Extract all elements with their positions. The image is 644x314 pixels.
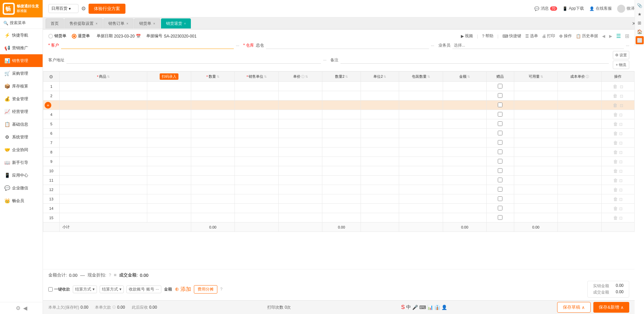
remarks-input[interactable] [340, 57, 608, 64]
unit2-sort-icon[interactable]: ⇅ [383, 75, 386, 78]
gift-checkbox[interactable] [498, 206, 502, 210]
sidebar-item-basic[interactable]: 📋 基础信息 [0, 118, 43, 131]
gift-checkbox[interactable] [498, 103, 502, 107]
copy-row-btn[interactable]: ⊡ [619, 150, 623, 155]
qty-cell[interactable] [191, 101, 235, 110]
delete-row-btn[interactable]: 🗑 [613, 149, 618, 155]
delete-row-btn[interactable]: 🗑 [613, 112, 618, 117]
price-cell[interactable] [278, 82, 322, 91]
product-cell[interactable] [59, 138, 147, 147]
price-sort-icon[interactable]: ⇅ [305, 75, 308, 78]
doc-video-btn[interactable]: ▶ 视频 [461, 33, 473, 39]
delete-row-btn[interactable]: 🗑 [613, 93, 618, 99]
fee-question-icon[interactable]: ? [220, 287, 222, 292]
radio-sales-delivery[interactable]: 销货单 [48, 33, 66, 39]
unit2-cell[interactable] [361, 101, 399, 110]
copy-row-btn[interactable]: ⊡ [619, 188, 623, 192]
delete-row-btn[interactable]: 🗑 [613, 140, 618, 145]
doc-help-btn[interactable]: ? 帮助 [482, 33, 493, 39]
copy-row-btn[interactable]: ⊡ [619, 113, 623, 117]
copy-row-btn[interactable]: ⊡ [619, 160, 623, 164]
calc-method-select[interactable]: 结算方式 ▾ [100, 286, 124, 293]
copy-row-btn[interactable]: ⊡ [619, 216, 623, 221]
copy-row-btn[interactable]: ⊡ [619, 169, 623, 174]
vert-action-orange[interactable]: ⬜ [636, 36, 644, 44]
amount-cell[interactable] [443, 91, 487, 101]
one-click-payment-input[interactable] [48, 287, 53, 292]
calendar-icon[interactable]: 📅 [136, 34, 141, 39]
save-new-btn[interactable]: 保存&新增 ∧ [593, 302, 629, 313]
qty-cell[interactable] [191, 91, 235, 101]
product-cell[interactable] [59, 166, 147, 176]
product-cell[interactable] [59, 213, 147, 223]
unit-cell[interactable] [235, 82, 279, 91]
sidebar-item-purchase[interactable]: 🛒 采购管理 [0, 67, 43, 80]
sidebar-settings-btn[interactable]: ⚙ [16, 305, 20, 311]
doc-shortcut-btn[interactable]: ⌨ 快捷键 [502, 33, 521, 39]
qty-input[interactable] [193, 84, 233, 88]
gift-checkbox[interactable] [498, 187, 502, 192]
gift-checkbox[interactable] [498, 140, 502, 145]
product-cell[interactable] [59, 82, 147, 91]
barcode-scan-btn[interactable]: 扫码录入 [160, 73, 178, 80]
doc-select-btn[interactable]: ☰ 选单 [525, 33, 538, 39]
equal-icon[interactable]: = [114, 272, 116, 278]
unit2-cell[interactable] [361, 91, 399, 101]
delete-row-btn[interactable]: 🗑 [613, 178, 618, 183]
tab-home[interactable]: 首页 [46, 18, 64, 28]
copy-row-btn[interactable]: ⊡ [619, 131, 623, 136]
doc-history-btn[interactable]: 📋 历史单据 [576, 33, 598, 39]
tab-sales-order-close[interactable]: × [126, 22, 128, 25]
logistics-btn[interactable]: + 物流 [613, 61, 629, 69]
qty2-cell[interactable] [322, 91, 361, 101]
sidebar-item-inventory[interactable]: 📦 库存核算 [0, 80, 43, 92]
add-row-fee-btn[interactable]: ⊕ 添加 [175, 286, 191, 293]
tab-sales-return[interactable]: 销货退货 × [161, 18, 191, 28]
gift-checkbox[interactable] [498, 131, 502, 135]
tab-price-setting[interactable]: 售价提取设置 × [64, 18, 103, 28]
sidebar-item-system[interactable]: ⚙ 系统管理 [0, 131, 43, 143]
amount-cell[interactable] [443, 82, 487, 91]
gift-checkbox[interactable] [498, 121, 502, 126]
delete-row-btn[interactable]: 🗑 [613, 159, 618, 164]
doc-operation-btn[interactable]: ⚙ 操作 [559, 33, 572, 39]
product-cell[interactable] [59, 157, 147, 166]
delete-row-btn[interactable]: 🗑 [613, 121, 618, 127]
gift-checkbox[interactable] [498, 159, 502, 164]
save-draft-btn[interactable]: 保存草稿 ∧ [557, 302, 591, 313]
product-input-active[interactable] [61, 103, 146, 107]
salesperson-input[interactable] [452, 42, 624, 49]
sidebar-item-wechat[interactable]: 💬 企业微信 [0, 182, 43, 194]
unit-input[interactable] [236, 84, 277, 88]
amount-sort-icon[interactable]: ⇅ [467, 75, 470, 78]
gift-checkbox[interactable] [498, 168, 502, 173]
copy-row-btn[interactable]: ⊡ [619, 206, 623, 211]
settings-gear-icon[interactable]: ⚙ [81, 5, 86, 12]
settlement-method-select[interactable]: 结算方式 ▾ [73, 286, 97, 293]
product-cell[interactable] [59, 185, 147, 194]
delete-row-btn[interactable]: 🗑 [613, 196, 618, 202]
list-view-btn[interactable]: ☰ [616, 33, 621, 39]
product-sort-icon[interactable]: ⇅ [107, 75, 110, 78]
price-cell[interactable] [278, 91, 322, 101]
search-menu-item[interactable]: 🔍 搜索菜单 [0, 17, 43, 29]
unit-cell[interactable] [235, 91, 279, 101]
sidebar-item-marketing[interactable]: 📢 营销推广 [0, 42, 43, 54]
delete-row-btn[interactable]: 🗑 [613, 215, 618, 221]
gift-checkbox[interactable] [498, 84, 502, 88]
sidebar-item-sales[interactable]: 📊 销售管理 [0, 54, 43, 67]
settings-btn[interactable]: ⚙ 设置 [613, 51, 629, 59]
question-icon[interactable]: ? [109, 273, 111, 277]
copy-row-btn[interactable]: ⊡ [619, 178, 623, 183]
tab-sales-delivery-close[interactable]: × [153, 22, 155, 25]
one-click-payment-checkbox[interactable]: 一键收款 [48, 287, 70, 292]
copy-row-btn[interactable]: ⊡ [620, 84, 623, 89]
print-count-item[interactable]: 打印次数 0次 [267, 305, 291, 310]
delete-row-btn[interactable]: 🗑 [613, 131, 618, 136]
sidebar-item-appcenter[interactable]: 📱 应用中心 [0, 169, 43, 182]
customer-service-btn[interactable]: 👤 在线客服 [589, 6, 612, 11]
product-cell[interactable] [59, 110, 147, 119]
doc-print-btn[interactable]: 🖨 打印 [542, 33, 555, 39]
app-download-btn[interactable]: 📱 App下载 [562, 6, 584, 11]
pack-cell[interactable] [399, 101, 443, 110]
